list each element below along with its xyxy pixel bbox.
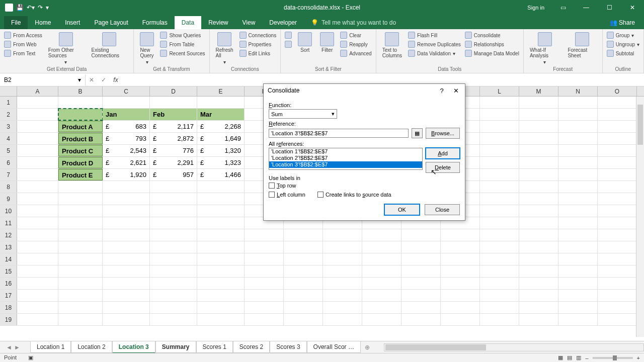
existing-connections-button[interactable]: Existing Connections [90, 31, 130, 59]
cell[interactable] [245, 302, 284, 313]
from-web-button[interactable]: From Web [4, 40, 42, 48]
cell[interactable] [558, 205, 598, 217]
cell[interactable] [362, 278, 401, 289]
sheet-nav-prev-icon[interactable]: ◄ [6, 344, 12, 351]
col-header[interactable]: L [480, 86, 519, 96]
close-window-icon[interactable]: ✕ [621, 0, 644, 15]
view-normal-icon[interactable]: ▦ [558, 354, 563, 361]
col-header[interactable]: C [103, 86, 150, 96]
cell[interactable] [401, 278, 441, 289]
qat-more-icon[interactable]: ▾ [46, 4, 49, 11]
cell[interactable] [480, 193, 519, 205]
col-header[interactable]: N [558, 86, 598, 96]
cell[interactable]: £1,320 [197, 145, 245, 156]
cell[interactable] [197, 314, 245, 325]
cell[interactable] [17, 229, 58, 241]
createlinks-checkbox[interactable]: Create links to source data [317, 192, 391, 198]
cell[interactable] [323, 253, 362, 265]
cell[interactable] [150, 97, 197, 108]
group-button[interactable]: Group ▾ [607, 31, 639, 39]
cell[interactable] [103, 265, 150, 277]
function-combo[interactable]: Sum ▾ [269, 109, 337, 119]
cell[interactable] [245, 278, 284, 289]
dialog-close-icon[interactable]: ✕ [451, 87, 461, 95]
show-queries-button[interactable]: Show Queries [160, 31, 205, 39]
close-button[interactable]: Close [425, 204, 460, 215]
signin-button[interactable]: Sign in [520, 2, 551, 14]
cell[interactable] [17, 205, 58, 217]
cell[interactable] [519, 145, 558, 156]
cell[interactable] [323, 229, 362, 241]
cell[interactable]: £683 [103, 121, 150, 132]
cell[interactable] [103, 253, 150, 265]
range-picker-icon[interactable]: ▦ [412, 128, 423, 138]
horizontal-scrollbar[interactable] [384, 343, 644, 351]
new-sheet-icon[interactable]: ⊕ [361, 344, 374, 351]
cell[interactable] [197, 302, 245, 313]
cell[interactable] [284, 253, 323, 265]
cell[interactable] [245, 290, 284, 301]
cell[interactable] [103, 302, 150, 313]
cell[interactable] [519, 217, 558, 229]
whatif-button[interactable]: What-If Analysis▾ [528, 31, 562, 66]
flash-fill-button[interactable]: Flash Fill [408, 31, 461, 39]
relationships-button[interactable]: Relationships [465, 40, 519, 48]
clear-button[interactable]: Clear [340, 31, 371, 39]
share-button[interactable]: 👥 Share [606, 16, 639, 29]
cell[interactable] [519, 265, 558, 277]
cell[interactable] [150, 181, 197, 193]
cell[interactable] [17, 97, 58, 108]
cell[interactable] [598, 109, 637, 120]
cell[interactable] [150, 241, 197, 253]
tab-formulas[interactable]: Formulas [135, 16, 175, 29]
cell[interactable] [480, 265, 519, 277]
vertical-scrollbar[interactable] [636, 97, 644, 337]
minimize-icon[interactable]: — [575, 0, 598, 15]
cell[interactable]: £2,268 [197, 121, 245, 132]
from-table-button[interactable]: From Table [160, 40, 205, 48]
sheet-nav-next-icon[interactable]: ► [14, 344, 20, 351]
macro-record-icon[interactable]: ▣ [28, 354, 33, 360]
cell[interactable] [197, 290, 245, 301]
cell[interactable] [197, 229, 245, 241]
cell[interactable] [58, 229, 103, 241]
cell[interactable] [284, 290, 323, 301]
cell[interactable] [598, 278, 637, 289]
cell[interactable] [58, 314, 103, 325]
tab-file[interactable]: File [4, 16, 28, 29]
cell[interactable] [519, 193, 558, 205]
name-box[interactable]: B2 ▾ [0, 74, 86, 85]
cell[interactable] [558, 145, 598, 156]
cell[interactable] [480, 253, 519, 265]
sheet-tab[interactable]: Scores 1 [196, 341, 233, 353]
cell[interactable] [598, 314, 637, 325]
cell[interactable] [17, 265, 58, 277]
cell[interactable] [480, 169, 519, 180]
cell[interactable] [519, 169, 558, 180]
add-button[interactable]: Add [426, 148, 460, 159]
consolidate-button[interactable]: Consolidate [465, 31, 519, 39]
cell[interactable]: £957 [150, 169, 197, 180]
tab-data[interactable]: Data [175, 16, 201, 29]
remove-duplicates-button[interactable]: Remove Duplicates [408, 40, 461, 48]
text-to-columns-button[interactable]: Text to Columns [380, 31, 404, 59]
cell[interactable]: £2,621 [103, 157, 150, 168]
cell[interactable] [480, 229, 519, 241]
cell[interactable] [519, 253, 558, 265]
cell[interactable] [362, 314, 401, 325]
ribbon-options-icon[interactable]: ▭ [551, 0, 575, 15]
cell[interactable] [598, 217, 637, 229]
cell[interactable] [558, 181, 598, 193]
cell[interactable] [197, 217, 245, 229]
cell[interactable] [150, 302, 197, 313]
cell[interactable] [58, 302, 103, 313]
cell[interactable] [480, 241, 519, 253]
row-header[interactable]: 9 [0, 193, 17, 205]
cell[interactable] [558, 229, 598, 241]
cell[interactable] [197, 265, 245, 277]
row-header[interactable]: 3 [0, 121, 17, 132]
cell[interactable] [323, 241, 362, 253]
cell[interactable] [480, 217, 519, 229]
cell[interactable] [480, 109, 519, 120]
cell[interactable] [558, 265, 598, 277]
